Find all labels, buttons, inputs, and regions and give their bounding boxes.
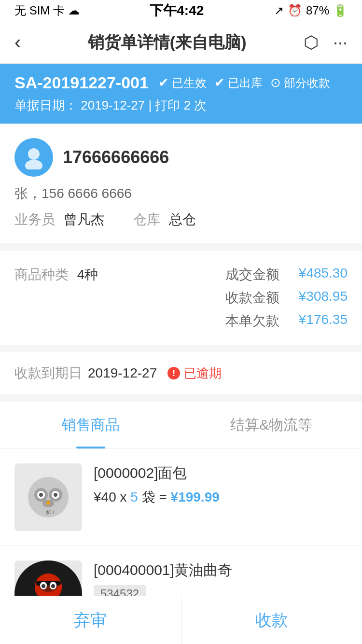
product-total-1: ¥199.99 xyxy=(171,490,220,504)
battery-level: 87% xyxy=(306,4,329,17)
list-item: 鲜+ [0000002]面包 ¥40 x 5 袋 = ¥199.99 xyxy=(0,449,362,546)
tab-sales-products[interactable]: 销售商品 xyxy=(0,402,181,448)
customer-section: 17666666666 张，156 6666 6666 业务员 曾凡杰 仓库 总… xyxy=(0,124,362,243)
tabs-row: 销售商品 结算&物流等 xyxy=(0,402,362,448)
badge-partial-payment: ⊙ 部分收款 xyxy=(270,75,330,91)
overdue-badge: ! 已逾期 xyxy=(167,365,222,382)
summary-section: 商品种类 4种 成交金额 ¥485.30 收款金额 ¥308.95 本单欠款 ¥… xyxy=(0,251,362,345)
product-qty-1: 5 xyxy=(130,490,138,504)
debt-amount: ¥176.35 xyxy=(299,312,348,330)
financial-summary: 成交金额 ¥485.30 收款金额 ¥308.95 本单欠款 ¥176.35 xyxy=(225,266,348,330)
warehouse-info: 仓库 总仓 xyxy=(133,210,196,229)
warehouse-name: 总仓 xyxy=(169,212,196,227)
order-header: SA-20191227-001 ✔ 已生效 ✔ 已出库 ⊙ 部分收款 单据日期：… xyxy=(0,64,362,124)
svg-point-8 xyxy=(54,493,57,497)
tab-settlement-logistics[interactable]: 结算&物流等 xyxy=(181,402,362,448)
location-icon: ↗ xyxy=(274,4,284,17)
status-bar: 无 SIM 卡 ☁ 下午4:42 ↗ ⏰ 87% 🔋 xyxy=(0,0,362,21)
battery-icon: 🔋 xyxy=(333,4,348,17)
sim-status: 无 SIM 卡 ☁ xyxy=(14,3,80,18)
due-date-section: 收款到期日 2019-12-27 ! 已逾期 xyxy=(0,352,362,394)
collection-row: 收款金额 ¥308.95 xyxy=(225,289,348,307)
svg-text:鲜+: 鲜+ xyxy=(46,509,55,516)
svg-point-7 xyxy=(39,493,43,497)
sales-name: 曾凡杰 xyxy=(64,212,104,227)
product-thumbnail-1: 鲜+ xyxy=(14,463,82,531)
nav-bar: ‹ 销货单详情(来自电脑) ⬡ ··· xyxy=(0,21,362,64)
product-type-summary: 商品种类 4种 xyxy=(14,266,98,330)
share-icon[interactable]: ⬡ xyxy=(304,32,319,53)
collect-payment-button[interactable]: 收款 xyxy=(181,596,362,644)
clock-icon: ⊙ xyxy=(270,75,281,90)
bottom-bar: 弃审 收款 xyxy=(0,596,362,644)
customer-name-phone: 张，156 6666 6666 xyxy=(14,184,348,203)
svg-point-20 xyxy=(51,584,55,588)
avatar xyxy=(14,138,53,177)
reject-button[interactable]: 弃审 xyxy=(0,596,181,644)
overdue-text: 已逾期 xyxy=(184,365,222,382)
transaction-amount: ¥485.30 xyxy=(299,266,348,284)
customer-row: 17666666666 xyxy=(14,138,348,177)
alarm-icon: ⏰ xyxy=(288,4,302,17)
page-title: 销货单详情(来自电脑) xyxy=(30,31,304,54)
debt-row: 本单欠款 ¥176.35 xyxy=(225,312,348,330)
status-time: 下午4:42 xyxy=(150,1,204,20)
tabs-section: 销售商品 结算&物流等 xyxy=(0,402,362,449)
customer-phone: 17666666666 xyxy=(63,147,169,168)
svg-point-19 xyxy=(42,584,45,588)
svg-point-0 xyxy=(28,148,40,160)
product-type-count: 4种 xyxy=(77,267,98,282)
order-date-row: 单据日期： 2019-12-27 | 打印 2 次 xyxy=(14,97,348,114)
status-left: 无 SIM 卡 ☁ xyxy=(14,3,80,18)
product-name-1: [0000002]面包 xyxy=(94,463,348,483)
check-icon-1: ✔ xyxy=(158,75,169,90)
nav-actions: ⬡ ··· xyxy=(304,32,348,53)
order-number: SA-20191227-001 xyxy=(14,73,149,92)
collection-amount: ¥308.95 xyxy=(299,289,348,307)
status-right: ↗ ⏰ 87% 🔋 xyxy=(274,4,348,17)
due-date-value: 2019-12-27 xyxy=(88,365,157,381)
more-icon[interactable]: ··· xyxy=(333,32,348,53)
product-info-1: [0000002]面包 ¥40 x 5 袋 = ¥199.99 xyxy=(94,463,348,506)
svg-point-1 xyxy=(25,160,42,169)
transaction-row: 成交金额 ¥485.30 xyxy=(225,266,348,284)
product-price-1: ¥40 x 5 袋 = ¥199.99 xyxy=(94,488,348,506)
product-name-2: [000400001]黄油曲奇 xyxy=(94,560,348,580)
overdue-icon: ! xyxy=(167,367,180,379)
badge-activated: ✔ 已生效 xyxy=(158,75,207,91)
status-badges: ✔ 已生效 ✔ 已出库 ⊙ 部分收款 xyxy=(158,75,330,91)
back-button[interactable]: ‹ xyxy=(14,31,30,53)
badge-shipped: ✔ 已出库 xyxy=(214,75,263,91)
sales-info: 业务员 曾凡杰 xyxy=(14,210,104,229)
check-icon-2: ✔ xyxy=(214,75,225,90)
customer-meta: 业务员 曾凡杰 仓库 总仓 xyxy=(14,210,348,229)
